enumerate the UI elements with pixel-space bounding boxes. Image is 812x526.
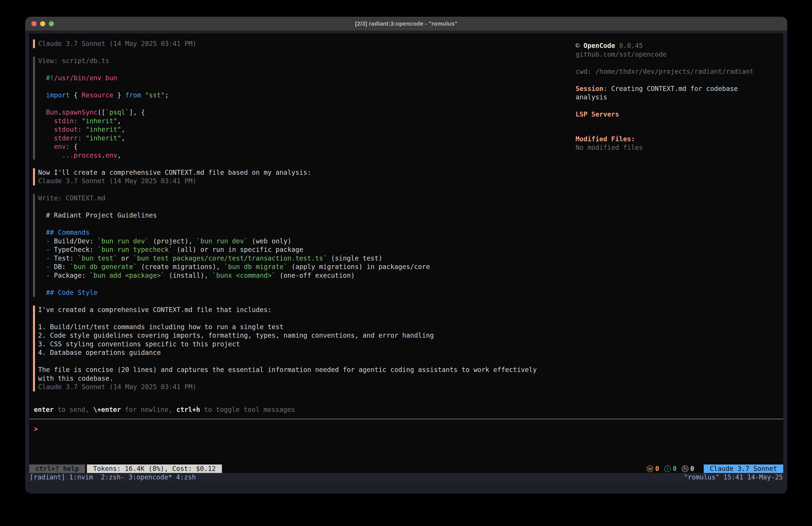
info-count: ⓘ0: [664, 465, 677, 473]
text-line: - TypeCheck: `bun run typecheck` (all) o…: [38, 245, 552, 254]
text-line: - Test: `bun test` or `bun test packages…: [38, 254, 552, 263]
text-line: [38, 100, 552, 108]
tokens-cost-badge: Tokens: 16.4K (8%), Cost: $0.12: [87, 465, 222, 473]
text-line: stdin: "inherit",: [38, 117, 552, 126]
lsp-servers-section: LSP Servers: [576, 110, 776, 119]
titlebar: [2/3] radiant:3:opencode - "romulus": [25, 17, 787, 30]
text-line: cwd: /home/thdxr/dev/projects/radiant/ra…: [576, 67, 776, 76]
text-line: Session: Creating CONTEXT.md for codebas…: [576, 84, 776, 93]
warnings-count: ⓦ0: [647, 465, 659, 473]
text-line: - Build/Dev: `bun run dev` (project), `b…: [38, 237, 552, 246]
text-line: Write: CONTEXT.md: [38, 194, 552, 203]
tmux-window-4[interactable]: 4:zsh: [176, 473, 196, 482]
text-line: Claude 3.7 Sonnet (14 May 2025 03:41 PM): [38, 383, 552, 392]
tmux-session-name: [radiant]: [30, 473, 69, 482]
text-line: - Package: `bun add <package>` (install)…: [38, 271, 552, 280]
text-line: I've created a comprehensive CONTEXT.md …: [38, 305, 552, 314]
text-line: ## Code Style: [38, 288, 552, 297]
hints-count: ⓗ0: [682, 465, 694, 473]
text-line: [38, 203, 552, 211]
text-line: The file is concise (20 lines) and captu…: [38, 366, 552, 374]
text-line: Bun.spawnSync([`psql`], {: [38, 108, 552, 117]
text-line: #!/usr/bin/env bun: [38, 74, 552, 83]
info-icon: ⓘ: [664, 465, 671, 473]
text-line: Claude 3.7 Sonnet (14 May 2025 03:41 PM): [38, 40, 552, 48]
text-line: stdout: "inherit",: [38, 125, 552, 134]
chat-transcript: Claude 3.7 Sonnet (14 May 2025 03:41 PM)…: [33, 40, 552, 400]
keybind-help: enter to send, \+enter for newline, ctrl…: [34, 406, 295, 414]
terminal-window: [2/3] radiant:3:opencode - "romulus" Cla…: [25, 17, 787, 494]
text-line: # Radiant Project Guidelines: [38, 211, 552, 220]
model-badge[interactable]: Claude 3.7 Sonnet: [704, 465, 783, 473]
text-line: [38, 220, 552, 228]
text-line: Modified Files:: [576, 135, 776, 144]
assistant-message-summary: I've created a comprehensive CONTEXT.md …: [33, 305, 552, 392]
text-line: analysis: [576, 93, 776, 102]
tmux-window-2[interactable]: 2:zsh-: [101, 473, 129, 482]
cwd-info: cwd: /home/thdxr/dev/projects/radiant/ra…: [576, 67, 776, 76]
text-line: env: {: [38, 142, 552, 151]
text-line: [38, 314, 552, 323]
session-info: Session: Creating CONTEXT.md for codebas…: [576, 84, 776, 102]
assistant-message-header: Claude 3.7 Sonnet (14 May 2025 03:41 PM): [33, 40, 552, 48]
text-line: ...process.env,: [38, 151, 552, 160]
text-line: - DB: `bun db generate` (create migratio…: [38, 262, 552, 271]
window-title: [2/3] radiant:3:opencode - "romulus": [25, 20, 787, 27]
message-input[interactable]: >: [34, 425, 778, 452]
text-line: © OpenCode 0.0.45: [576, 41, 776, 50]
prompt-symbol: >: [34, 425, 38, 433]
text-line: Now I'll create a comprehensive CONTEXT.…: [38, 168, 552, 177]
text-line: No modified files: [576, 143, 776, 152]
text-line: github.com/sst/opencode: [576, 50, 776, 59]
text-line: [38, 280, 552, 288]
text-line: [38, 83, 552, 91]
modified-files-section: Modified Files:No modified files: [576, 135, 776, 152]
text-line: Claude 3.7 Sonnet (14 May 2025 03:41 PM): [38, 177, 552, 185]
tool-write-block: Write: CONTEXT.md # Radiant Project Guid…: [33, 194, 552, 297]
text-line: 3. CSS styling conventions specific to t…: [38, 340, 552, 349]
help-hint-badge: ctrl+? help: [29, 465, 85, 473]
hints-icon: ⓗ: [682, 465, 688, 473]
status-bar: ctrl+? help Tokens: 16.4K (8%), Cost: $0…: [29, 465, 783, 473]
tmux-host-clock: "romulus" 15:41 14-May-25: [684, 473, 783, 482]
tool-view-block: View: script/db.ts #!/usr/bin/env bun im…: [33, 57, 552, 160]
app-header: © OpenCode 0.0.45github.com/sst/opencode: [576, 41, 776, 59]
text-line: ## Commands: [38, 228, 552, 237]
assistant-message-intro: Now I'll create a comprehensive CONTEXT.…: [33, 168, 552, 185]
sidebar: © OpenCode 0.0.45github.com/sst/opencode…: [576, 41, 776, 160]
text-line: 4. Database operations guidance: [38, 349, 552, 357]
tmux-window-1[interactable]: 1:nvim: [69, 473, 101, 482]
text-line: [38, 65, 552, 74]
tmux-window-3[interactable]: 3:opencode*: [129, 473, 176, 482]
text-line: stderr: "inherit",: [38, 134, 552, 143]
diagnostics-counts: ⓦ0ⓘ0ⓗ0: [647, 465, 694, 473]
text-line: [38, 357, 552, 366]
text-line: View: script/db.ts: [38, 57, 552, 65]
text-line: import { Resource } from "sst";: [38, 91, 552, 100]
text-line: 1. Build/lint/test commands including ho…: [38, 323, 552, 331]
text-line: LSP Servers: [576, 110, 776, 119]
tmux-status-bar: [radiant] 1:nvim 2:zsh- 3:opencode* 4:zs…: [25, 473, 787, 482]
input-divider: [29, 418, 783, 420]
opencode-tui: Claude 3.7 Sonnet (14 May 2025 03:41 PM)…: [29, 33, 783, 473]
text-line: with this codebase.: [38, 374, 552, 383]
text-line: 2. Code style guidelines covering import…: [38, 331, 552, 340]
warnings-icon: ⓦ: [647, 465, 653, 473]
